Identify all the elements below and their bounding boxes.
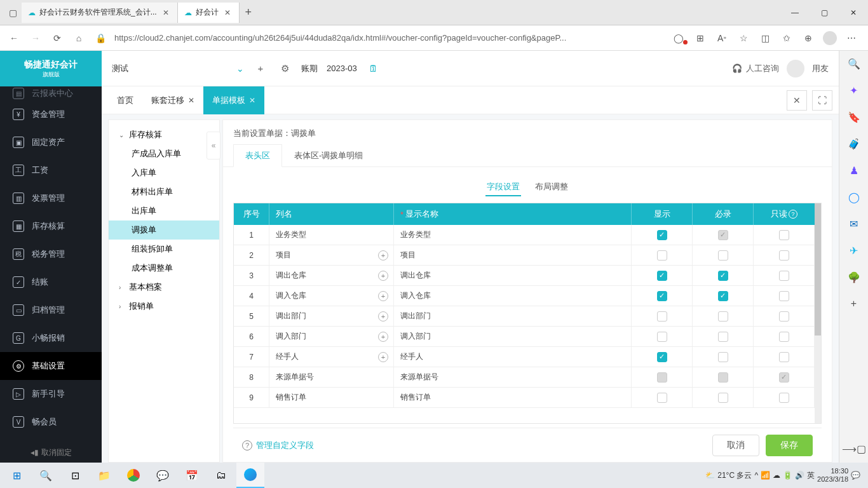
close-icon[interactable]: ✕ — [161, 8, 171, 18]
checkbox[interactable] — [779, 311, 789, 322]
url-field[interactable]: https://cloud2.chanjet.com/accounting/uh… — [114, 33, 662, 43]
browser-tab[interactable]: ☁ 好会计 ✕ — [178, 3, 240, 23]
table-scrollbar[interactable] — [815, 203, 821, 423]
wifi-icon[interactable]: 📶 — [761, 471, 770, 480]
calendar-icon[interactable]: 📅 — [178, 463, 206, 488]
task-view-button[interactable]: ⊡ — [61, 463, 89, 488]
minimize-button[interactable]: — — [780, 0, 810, 25]
checkbox[interactable] — [718, 291, 728, 301]
calendar-icon[interactable]: 🗓 — [366, 61, 381, 76]
checkbox[interactable] — [657, 332, 667, 342]
help-icon[interactable]: ? — [789, 210, 797, 219]
wechat-icon[interactable]: 💬 — [149, 463, 177, 488]
close-icon[interactable]: ✕ — [222, 8, 233, 18]
browser-tab[interactable]: ☁ 好会计云财务软件管理系统_会计... ✕ — [22, 3, 178, 23]
add-tool-icon[interactable]: + — [846, 296, 862, 311]
nav-item-settings[interactable]: ⚙基础设置 — [0, 352, 102, 380]
settings-icon[interactable]: ⚙ — [277, 61, 292, 76]
help-icon[interactable]: ? — [242, 440, 252, 451]
close-icon[interactable]: ✕ — [188, 96, 194, 105]
cell-display[interactable]: 调出部门 — [394, 306, 632, 326]
search-icon[interactable]: 🔍 — [846, 56, 862, 71]
tree-item[interactable]: 成本调整单 — [109, 259, 219, 278]
custom-fields-link[interactable]: 管理自定义字段 — [256, 440, 314, 451]
add-circle-icon[interactable]: + — [378, 332, 388, 342]
save-button[interactable]: 保存 — [766, 435, 813, 456]
search-button[interactable]: 🔍 — [32, 463, 60, 488]
tab-home[interactable]: 首页 — [108, 86, 142, 114]
clock[interactable]: 18:30 2023/3/18 — [817, 467, 848, 484]
consult-link[interactable]: 🎧 人工咨询 — [732, 63, 779, 74]
tab-voucher-template[interactable]: 单据模板✕ — [203, 86, 264, 114]
checkbox[interactable] — [718, 352, 728, 362]
sparkle-icon[interactable]: ✦ — [846, 83, 862, 98]
games-icon[interactable]: ♟ — [846, 163, 862, 178]
close-icon[interactable]: ✕ — [249, 96, 255, 105]
chrome-icon[interactable] — [119, 463, 147, 488]
nav-item[interactable]: 税税务管理 — [0, 240, 102, 268]
nav-item[interactable]: ▣固定资产 — [0, 128, 102, 156]
profile-icon[interactable] — [820, 30, 840, 46]
sub-tab-field-settings[interactable]: 字段设置 — [485, 179, 521, 196]
cell-display[interactable]: 调入部门 — [394, 327, 632, 346]
tree-icon[interactable]: 🌳 — [846, 269, 862, 285]
menu-icon[interactable]: ⋯ — [841, 30, 862, 46]
checkbox[interactable] — [718, 271, 728, 281]
sub-tab-layout[interactable]: 布局调整 — [534, 179, 569, 196]
tree-item[interactable]: 材料出库单 — [109, 182, 219, 201]
lock-icon[interactable]: 🔒 — [93, 30, 108, 46]
tag-icon[interactable]: 🔖 — [846, 109, 862, 125]
maximize-button[interactable]: ▢ — [810, 0, 839, 25]
account-set-dropdown[interactable]: 测试 ⌄ — [112, 63, 244, 74]
add-circle-icon[interactable]: + — [378, 352, 388, 362]
cell-display[interactable]: 调出仓库 — [394, 266, 632, 285]
checkbox[interactable] — [779, 230, 789, 240]
refresh-button[interactable]: ⟳ — [50, 30, 65, 46]
back-button[interactable]: ← — [6, 30, 22, 46]
file-explorer-icon[interactable]: 📁 — [90, 463, 118, 488]
checkbox[interactable] — [779, 352, 789, 362]
nav-item[interactable]: ✓结账 — [0, 268, 102, 296]
nav-item[interactable]: G小畅报销 — [0, 324, 102, 352]
checkbox[interactable] — [779, 271, 789, 281]
cell-display[interactable]: 来源单据号 — [394, 367, 632, 387]
favorite-icon[interactable]: ☆ — [733, 30, 754, 46]
shopping-icon[interactable]: 🧳 — [846, 136, 862, 151]
split-icon[interactable]: ◫ — [755, 30, 775, 46]
nav-item[interactable]: ▥发票管理 — [0, 184, 102, 212]
nav-item[interactable]: V畅会员 — [0, 408, 102, 436]
checkbox[interactable] — [718, 250, 728, 261]
extensions-icon[interactable]: ⊞ — [690, 30, 710, 46]
sidebar-settings-icon[interactable]: ⟶▢ — [846, 441, 862, 456]
cell-display[interactable]: 调入仓库 — [394, 286, 632, 306]
config-tab-header-area[interactable]: 表头区 — [233, 144, 282, 167]
cell-display[interactable]: 销售订单 — [394, 388, 632, 407]
cancel-button[interactable]: 取消 — [712, 435, 759, 456]
edge-icon[interactable]: ◯ — [846, 189, 862, 205]
checkbox[interactable] — [779, 250, 789, 261]
tree-item[interactable]: 组装拆卸单 — [109, 240, 219, 259]
checkbox[interactable] — [657, 291, 667, 301]
add-circle-icon[interactable]: + — [378, 291, 388, 301]
ime-indicator[interactable]: 英 — [807, 470, 815, 481]
checkbox[interactable] — [779, 291, 789, 301]
new-tab-button[interactable]: + — [240, 4, 257, 22]
brand-logo[interactable]: 畅捷通好会计 旗舰版 — [0, 51, 102, 86]
config-tab-body-area[interactable]: 表体区-调拨单明细 — [282, 144, 375, 167]
checkbox[interactable] — [657, 230, 667, 240]
favorites-bar-icon[interactable]: ✩ — [776, 30, 797, 46]
checkbox[interactable] — [657, 352, 667, 362]
weather-widget[interactable]: ⛅ 21°C 多云 — [705, 470, 752, 481]
checkbox[interactable] — [718, 332, 728, 342]
add-circle-icon[interactable]: + — [378, 311, 388, 322]
cell-display[interactable]: 项目 — [394, 245, 632, 265]
checkbox[interactable] — [779, 332, 789, 342]
edge-icon[interactable] — [236, 463, 264, 488]
cell-display[interactable]: 经手人 — [394, 347, 632, 367]
checkbox[interactable] — [657, 250, 667, 261]
tree-group[interactable]: ›基本档案 — [109, 278, 219, 297]
checkbox[interactable] — [657, 393, 667, 403]
cloud-sync-icon[interactable]: ☁ — [773, 471, 780, 480]
tree-group[interactable]: ›报销单 — [109, 297, 219, 316]
nav-item[interactable]: ▭归档管理 — [0, 296, 102, 324]
